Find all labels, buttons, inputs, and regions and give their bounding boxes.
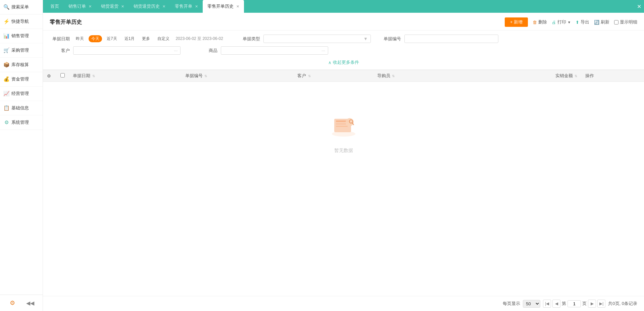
date-7days[interactable]: 近7天: [104, 35, 120, 42]
sidebar-item-label: 快捷导航: [11, 18, 29, 24]
tab-sales-return-label: 销货退货: [101, 3, 118, 9]
sales-icon: 📊: [3, 33, 9, 39]
tab-sales-return-history[interactable]: 销货退货历史 ✕: [129, 0, 170, 13]
quick-nav-icon: ⚡: [3, 18, 9, 24]
refresh-button[interactable]: 🔄 刷新: [594, 19, 609, 25]
operations-icon: 📈: [3, 91, 9, 97]
finance-icon: 💰: [3, 76, 9, 82]
pagination: 每页显示 50 10 20 100 |◀ ◀ 第 1 页 ▶ ▶| 共0页, 0…: [43, 296, 644, 311]
th-no[interactable]: 单据编号 ⇅: [181, 70, 294, 82]
th-date[interactable]: 单据日期 ⇅: [69, 70, 181, 82]
th-customer-label: 客户: [297, 73, 306, 78]
sidebar-item-purchase-mgmt[interactable]: 🛒 采购管理: [0, 43, 43, 58]
collapse-icon[interactable]: ◀◀: [26, 298, 35, 308]
tab-close-icon[interactable]: ✕: [195, 4, 198, 9]
date-options: 昨天 今天 近7天 近1月 更多 自定义 2023-06-02 至 2023-0…: [73, 35, 223, 42]
tab-home[interactable]: 首页: [46, 0, 64, 13]
sidebar-item-quick-nav[interactable]: ⚡ 快捷导航: [0, 14, 43, 29]
collapse-row[interactable]: ∧ 收起更多条件: [50, 58, 637, 65]
bill-no-label: 单据编号: [381, 36, 401, 42]
sidebar-item-inventory[interactable]: 📦 库存核算: [0, 58, 43, 72]
customer-label: 客户: [50, 48, 70, 54]
bill-no-input[interactable]: [404, 35, 498, 43]
per-page-select[interactable]: 50 10 20 100: [523, 300, 540, 308]
th-checkbox[interactable]: [56, 70, 69, 82]
sidebar-item-sales-mgmt[interactable]: 📊 销售管理: [0, 29, 43, 43]
current-page-input[interactable]: 1: [567, 300, 581, 307]
goods-input[interactable]: ···: [221, 46, 328, 55]
print-button[interactable]: 🖨 打印 ▼: [552, 19, 571, 25]
tab-close-icon[interactable]: ✕: [236, 4, 239, 9]
filter-row-1: 单据日期 昨天 今天 近7天 近1月 更多 自定义 2023-06-02 至 2…: [50, 35, 637, 43]
settings-gear-icon[interactable]: ⚙: [47, 73, 51, 79]
sort-date-icon: ⇅: [92, 74, 95, 78]
main-area: 首页 销售订单 ✕ 销货退货 ✕ 销货退货历史 ✕ 零售开单 ✕ 零售开单历史 …: [43, 0, 644, 311]
sidebar-item-label: 经营管理: [11, 91, 29, 97]
tab-retail-open[interactable]: 零售开单 ✕: [170, 0, 203, 13]
tab-sales-return[interactable]: 销货退货 ✕: [96, 0, 129, 13]
th-amount-label: 实销金额: [555, 73, 573, 78]
next-page-btn[interactable]: ▶: [588, 300, 596, 308]
sidebar-item-operations[interactable]: 📈 经营管理: [0, 87, 43, 101]
show-detail-checkbox[interactable]: 显示明细: [614, 19, 637, 25]
settings-icon[interactable]: ⚙: [8, 298, 17, 308]
page-title: 零售开单历史: [50, 19, 82, 26]
th-action: 操作: [581, 70, 644, 82]
goods-more-icon[interactable]: ···: [321, 48, 325, 53]
show-detail-input[interactable]: [614, 20, 618, 24]
date-yesterday[interactable]: 昨天: [73, 35, 87, 42]
tab-close-icon[interactable]: ✕: [162, 4, 165, 9]
tab-retail-open-history[interactable]: 零售开单历史 ✕: [203, 0, 244, 13]
tab-bar: 首页 销售订单 ✕ 销货退货 ✕ 销货退货历史 ✕ 零售开单 ✕ 零售开单历史 …: [43, 0, 644, 13]
page-header: 零售开单历史 + 新增 🗑 删除 🖨 打印 ▼ ⬆ 导出 🔄: [43, 13, 644, 31]
tab-retail-open-history-label: 零售开单历史: [207, 3, 234, 9]
sidebar-item-sys-mgmt[interactable]: ⚙ 系统管理: [0, 115, 43, 130]
sort-amount-icon: ⇅: [575, 74, 577, 78]
sidebar: 🔍 搜索采单 ⚡ 快捷导航 📊 销售管理 🛒 采购管理 📦 库存核算 💰 资金管…: [0, 0, 43, 311]
date-custom[interactable]: 自定义: [155, 35, 172, 42]
close-all-icon[interactable]: ✕: [637, 3, 641, 10]
basic-info-icon: 📋: [3, 105, 9, 111]
bill-type-select[interactable]: ▼: [263, 35, 371, 43]
th-customer[interactable]: 客户 ⇅: [293, 70, 373, 82]
refresh-icon: 🔄: [594, 20, 599, 25]
purchase-icon: 🛒: [3, 47, 9, 53]
th-salesperson[interactable]: 导购员 ⇅: [373, 70, 469, 82]
goods-text-input[interactable]: [224, 48, 321, 53]
date-range-display: 2023-06-02 至 2023-06-02: [176, 36, 223, 42]
date-today[interactable]: 今天: [89, 35, 102, 42]
th-settings[interactable]: ⚙: [43, 70, 56, 82]
date-more[interactable]: 更多: [139, 35, 153, 42]
date-1month[interactable]: 近1月: [122, 35, 138, 42]
bill-no-text-input[interactable]: [407, 36, 495, 41]
page-label: 第: [562, 301, 566, 307]
sidebar-search[interactable]: 🔍 搜索采单: [0, 0, 43, 14]
empty-state: 暂无数据: [43, 82, 644, 180]
tab-sales-order[interactable]: 销售订单 ✕: [64, 0, 96, 13]
sidebar-item-finance[interactable]: 💰 资金管理: [0, 72, 43, 87]
bill-type-dropdown-icon: ▼: [363, 36, 368, 41]
customer-input[interactable]: ···: [73, 46, 181, 55]
inventory-icon: 📦: [3, 62, 9, 68]
sidebar-search-label: 搜索采单: [11, 4, 29, 10]
export-button[interactable]: ⬆ 导出: [576, 19, 589, 25]
table-container: ⚙ 单据日期 ⇅ 单据编号 ⇅: [43, 70, 644, 296]
empty-text: 暂无数据: [334, 148, 353, 154]
filter-row-2: 客户 ··· 商品 ···: [50, 46, 637, 55]
tab-close-icon[interactable]: ✕: [89, 4, 92, 9]
page-nav: |◀ ◀ 第 1 页 ▶ ▶|: [543, 300, 605, 308]
customer-text-input[interactable]: [76, 48, 174, 53]
select-all-checkbox[interactable]: [60, 73, 65, 77]
last-page-btn[interactable]: ▶|: [597, 300, 605, 308]
th-amount[interactable]: 实销金额 ⇅: [469, 70, 582, 82]
delete-button[interactable]: 🗑 删除: [533, 19, 547, 25]
sidebar-item-label: 基础信息: [11, 105, 29, 111]
total-info: 共0页, 0条记录: [608, 301, 637, 307]
customer-more-icon[interactable]: ···: [174, 48, 178, 53]
sidebar-item-basic-info[interactable]: 📋 基础信息: [0, 101, 43, 115]
add-button[interactable]: + 新增: [505, 17, 528, 27]
prev-page-btn[interactable]: ◀: [552, 300, 560, 308]
tab-close-icon[interactable]: ✕: [121, 4, 124, 9]
first-page-btn[interactable]: |◀: [543, 300, 551, 308]
sidebar-item-label: 库存核算: [11, 62, 29, 68]
